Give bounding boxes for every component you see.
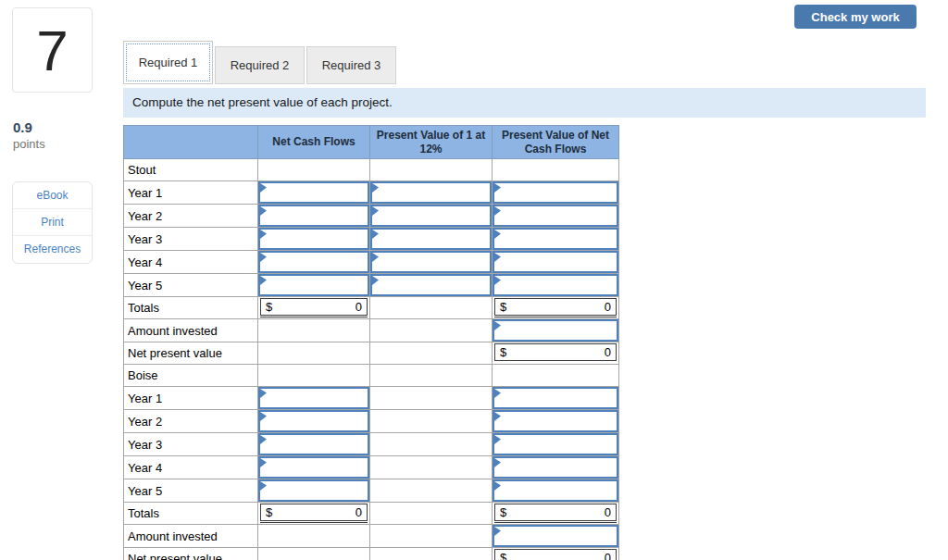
row-label: Stout — [124, 159, 258, 181]
answer-input[interactable] — [258, 433, 369, 455]
net-present-value-cell: $0 — [493, 548, 619, 560]
table-row: Amount invested — [124, 525, 619, 548]
answer-input[interactable] — [258, 274, 369, 296]
answer-cell — [493, 205, 619, 228]
answer-input-wrap — [493, 274, 618, 296]
answer-input[interactable] — [493, 479, 618, 502]
net-present-value-amount: $0 — [494, 549, 617, 560]
row-label: Year 4 — [124, 456, 258, 479]
answer-input[interactable] — [258, 387, 369, 409]
answer-input-wrap — [258, 410, 369, 432]
answer-input[interactable] — [370, 251, 492, 273]
answer-cell — [258, 410, 370, 433]
answer-input-wrap — [258, 251, 369, 273]
answer-input[interactable] — [370, 181, 492, 204]
answer-input[interactable] — [493, 410, 618, 432]
answer-cell — [370, 274, 493, 297]
answer-cell — [493, 251, 619, 274]
tab-required-3[interactable]: Required 3 — [306, 46, 396, 84]
answer-input-wrap — [258, 479, 369, 502]
total-cell: $0 — [493, 503, 619, 525]
check-my-work-button[interactable]: Check my work — [794, 5, 917, 29]
total-amount: $0 — [260, 504, 368, 521]
tab-required-2[interactable]: Required 2 — [215, 46, 305, 84]
answer-cell — [258, 387, 370, 410]
answer-cell — [493, 525, 619, 548]
answer-input[interactable] — [258, 251, 369, 273]
question-number-box: 7 — [12, 7, 93, 93]
answer-input-wrap — [258, 228, 369, 250]
references-link[interactable]: References — [13, 236, 92, 263]
table-row: Totals$0$0 — [124, 503, 619, 525]
blank-cell — [370, 548, 493, 560]
answer-input[interactable] — [493, 251, 618, 273]
answer-input[interactable] — [493, 387, 618, 409]
required-tabs: Required 1 Required 2 Required 3 — [123, 41, 398, 84]
blank-cell — [493, 365, 619, 387]
resource-links: eBook Print References — [12, 181, 93, 264]
blank-cell — [258, 319, 370, 342]
answer-cell — [493, 456, 619, 479]
answer-cell — [370, 181, 493, 205]
tab-required-1[interactable]: Required 1 — [123, 41, 213, 84]
answer-input[interactable] — [493, 274, 618, 296]
answer-cell — [493, 228, 619, 251]
blank-cell — [370, 433, 493, 456]
answer-input[interactable] — [258, 410, 369, 432]
answer-input[interactable] — [258, 479, 369, 502]
header-pv-net-cash-flows: Present Value of Net Cash Flows — [493, 126, 619, 159]
points-value: 0.9 — [13, 119, 45, 135]
answer-input[interactable] — [493, 525, 618, 547]
answer-input[interactable] — [493, 433, 618, 455]
blank-cell — [258, 365, 370, 387]
answer-input-wrap — [493, 479, 618, 502]
currency-symbol: $ — [500, 505, 506, 519]
answer-input-wrap — [493, 410, 618, 432]
answer-input-wrap — [493, 525, 618, 547]
answer-cell — [258, 205, 370, 228]
answer-input[interactable] — [258, 205, 369, 227]
row-label: Amount invested — [124, 525, 258, 548]
table-row: Year 2 — [124, 205, 619, 228]
answer-cell — [493, 410, 619, 433]
answer-input[interactable] — [370, 205, 492, 227]
answer-input[interactable] — [370, 228, 492, 250]
answer-cell — [258, 479, 370, 503]
npv-worksheet-table: Net Cash Flows Present Value of 1 at 12%… — [123, 125, 619, 560]
answer-input-wrap — [493, 181, 618, 204]
currency-symbol: $ — [500, 300, 506, 314]
row-label: Year 5 — [124, 274, 258, 297]
table-row: Year 4 — [124, 456, 619, 479]
answer-input[interactable] — [493, 228, 618, 250]
answer-cell — [493, 274, 619, 297]
answer-cell — [370, 251, 493, 274]
currency-symbol: $ — [266, 300, 272, 314]
answer-input[interactable] — [493, 319, 618, 342]
answer-input-wrap — [493, 387, 618, 409]
answer-input[interactable] — [493, 181, 618, 204]
answer-input[interactable] — [493, 456, 618, 479]
answer-input-wrap — [258, 274, 369, 296]
points-block: 0.9 points — [13, 119, 45, 151]
answer-input[interactable] — [493, 205, 618, 227]
table-row: Net present value$0 — [124, 548, 619, 560]
blank-cell — [370, 319, 493, 342]
row-label: Amount invested — [124, 319, 258, 342]
answer-input-wrap — [370, 251, 492, 273]
answer-input[interactable] — [258, 181, 369, 204]
answer-input-wrap — [370, 205, 492, 227]
row-label: Year 5 — [124, 479, 258, 503]
answer-cell — [370, 228, 493, 251]
print-link[interactable]: Print — [13, 209, 92, 236]
answer-input[interactable] — [258, 228, 369, 250]
table-row: Net present value$0 — [124, 342, 619, 365]
answer-input[interactable] — [370, 274, 492, 296]
header-present-value-of-1: Present Value of 1 at 12% — [370, 126, 493, 159]
answer-cell — [493, 433, 619, 456]
answer-input[interactable] — [258, 456, 369, 479]
ebook-link[interactable]: eBook — [13, 182, 92, 209]
answer-input-wrap — [493, 228, 618, 250]
answer-input-wrap — [370, 274, 492, 296]
blank-cell — [370, 365, 493, 387]
amount-value: 0 — [605, 300, 611, 314]
